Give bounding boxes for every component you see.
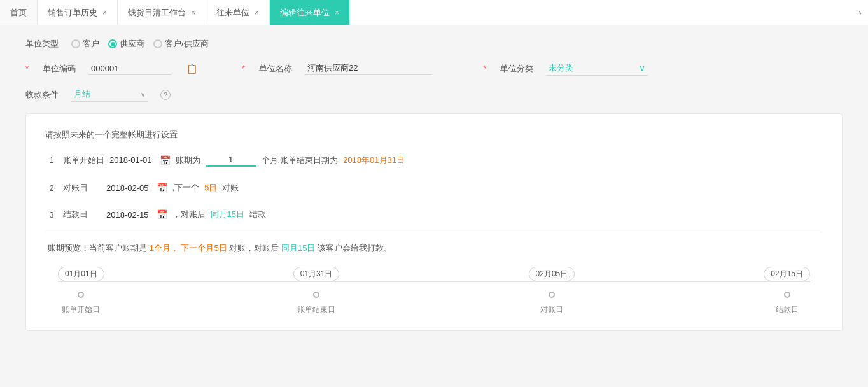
period-cal-icon-2[interactable]: 📅 bbox=[157, 183, 167, 193]
radio-supplier[interactable]: 供应商 bbox=[108, 38, 144, 50]
period-suffix-before-1: 账期为 bbox=[176, 155, 200, 166]
timeline-point-2: 02月05日 对账日 bbox=[529, 267, 575, 315]
unit-category-required: * bbox=[483, 64, 486, 73]
tabs-more-icon: › bbox=[858, 8, 862, 18]
tl-label-3: 02月15日 bbox=[764, 267, 810, 281]
period-num-2: 2 bbox=[45, 183, 58, 193]
preview-part3: 对账，对账后 bbox=[229, 243, 279, 253]
tabs-more-button[interactable]: › bbox=[852, 0, 868, 25]
content-area: 单位类型 客户 供应商 客户/供应商 * 单位编码 📋 * 单位名称 * bbox=[0, 25, 868, 387]
unit-name-required: * bbox=[242, 64, 245, 73]
radio-customer-supplier-circle bbox=[153, 39, 162, 48]
payment-terms-select[interactable]: 月结 ∨ bbox=[71, 87, 148, 102]
radio-customer-label: 客户 bbox=[83, 38, 99, 50]
period-row-2: 2 对账日 2018-02-05 📅 ,下一个 5日 对账 bbox=[45, 182, 823, 194]
tab-cashier-workbench[interactable]: 钱货日清工作台 × bbox=[118, 0, 206, 25]
period-num-1: 1 bbox=[45, 155, 58, 165]
period-row-1: 1 账单开始日 2018-01-01 📅 账期为 个月,账单结束日期为 2018… bbox=[45, 153, 823, 167]
unit-name-label: 单位名称 bbox=[259, 63, 292, 74]
tl-sub-0: 账单开始日 bbox=[62, 304, 100, 315]
period-date-3: 2018-02-15 bbox=[106, 210, 149, 220]
tab-partner-units[interactable]: 往来单位 × bbox=[206, 0, 270, 25]
tab-sales-order-history[interactable]: 销售订单历史 × bbox=[38, 0, 118, 25]
tl-label-0: 01月01日 bbox=[58, 267, 104, 281]
tab-partner-units-close[interactable]: × bbox=[255, 8, 259, 17]
tab-home-label: 首页 bbox=[10, 7, 27, 18]
unit-category-dropdown-icon: ∨ bbox=[639, 63, 645, 73]
unit-type-row: 单位类型 客户 供应商 客户/供应商 bbox=[25, 38, 843, 50]
period-label-2: 对账日 bbox=[63, 182, 101, 194]
radio-customer[interactable]: 客户 bbox=[71, 38, 99, 50]
payment-terms-row: 收款条件 月结 ∨ ? bbox=[25, 87, 843, 102]
timeline: 01月01日 账单开始日 01月31日 账单结束日 02月05日 对账日 02月… bbox=[45, 267, 823, 315]
period-settings-card: 请按照未来的一个完整帐期进行设置 1 账单开始日 2018-01-01 📅 账期… bbox=[25, 113, 843, 331]
tab-cashier-workbench-close[interactable]: × bbox=[191, 8, 195, 17]
period-suffix-after-3: 结款 bbox=[249, 209, 266, 220]
timeline-point-3: 02月15日 结款日 bbox=[764, 267, 810, 315]
preview-label: 账期预览：当前客户账期是 bbox=[48, 243, 147, 253]
radio-customer-supplier-label: 客户/供应商 bbox=[165, 38, 209, 50]
payment-terms-value: 月结 bbox=[74, 88, 138, 100]
radio-supplier-circle bbox=[108, 39, 117, 48]
preview-text: 账期预览：当前客户账期是 1个月， 下一个月5日 对账，对账后 同月15日 该客… bbox=[45, 243, 395, 253]
tab-sales-order-history-close[interactable]: × bbox=[102, 8, 107, 17]
tl-sub-2: 对账日 bbox=[540, 304, 563, 315]
period-input-1[interactable] bbox=[206, 153, 256, 167]
unit-name-input[interactable] bbox=[305, 62, 432, 75]
preview-part1: 1个月， bbox=[150, 243, 179, 253]
tab-home[interactable]: 首页 bbox=[0, 0, 38, 25]
period-prefix-2: ,下一个 bbox=[172, 182, 200, 194]
period-date-1: 2018-01-01 bbox=[109, 155, 152, 165]
unit-category-select[interactable]: 未分类 ∨ bbox=[546, 61, 648, 76]
period-cal-icon-1[interactable]: 📅 bbox=[160, 155, 171, 165]
preview-part5: 该客户会给我打款。 bbox=[318, 243, 392, 253]
preview-section: 账期预览：当前客户账期是 1个月， 下一个月5日 对账，对账后 同月15日 该客… bbox=[45, 232, 823, 254]
unit-type-radio-group: 客户 供应商 客户/供应商 bbox=[71, 38, 209, 50]
timeline-points: 01月01日 账单开始日 01月31日 账单结束日 02月05日 对账日 02月… bbox=[58, 267, 810, 315]
tab-edit-partner-unit[interactable]: 编辑往来单位 × bbox=[270, 0, 350, 25]
payment-terms-dropdown-icon: ∨ bbox=[141, 91, 145, 98]
unit-code-copy-icon[interactable]: 📋 bbox=[186, 64, 197, 74]
tab-edit-partner-unit-close[interactable]: × bbox=[335, 8, 339, 17]
period-label-3: 结款日 bbox=[63, 209, 101, 220]
tl-sub-3: 结款日 bbox=[776, 304, 799, 315]
radio-customer-circle bbox=[71, 39, 80, 48]
tab-sales-order-history-label: 销售订单历史 bbox=[48, 7, 97, 18]
period-suffix-after-1: 个月,账单结束日期为 bbox=[262, 155, 339, 166]
period-prefix-3: ，对账后 bbox=[172, 209, 206, 220]
unit-code-label: 单位编码 bbox=[43, 63, 76, 74]
timeline-point-1: 01月31日 账单结束日 bbox=[293, 267, 340, 315]
period-date-2: 2018-02-05 bbox=[106, 183, 149, 193]
payment-terms-help-icon[interactable]: ? bbox=[160, 90, 171, 100]
period-suffix-after-2: 对账 bbox=[222, 182, 239, 194]
period-cal-icon-3[interactable]: 📅 bbox=[157, 209, 167, 220]
section-title: 请按照未来的一个完整帐期进行设置 bbox=[45, 129, 823, 141]
radio-customer-supplier[interactable]: 客户/供应商 bbox=[153, 38, 209, 50]
unit-category-label: 单位分类 bbox=[500, 63, 533, 74]
tabs-bar: 首页 销售订单历史 × 钱货日清工作台 × 往来单位 × 编辑往来单位 × › bbox=[0, 0, 868, 25]
unit-category-value: 未分类 bbox=[549, 62, 639, 74]
period-highlight-1: 2018年01月31日 bbox=[343, 155, 405, 166]
payment-terms-label: 收款条件 bbox=[25, 89, 59, 101]
tl-dot-2 bbox=[549, 292, 555, 298]
tab-partner-units-label: 往来单位 bbox=[216, 7, 249, 18]
tl-dot-1 bbox=[313, 292, 319, 298]
tl-dot-0 bbox=[78, 292, 84, 298]
unit-code-input[interactable] bbox=[88, 62, 171, 75]
period-num-3: 3 bbox=[45, 210, 58, 220]
radio-supplier-label: 供应商 bbox=[120, 38, 144, 50]
period-label-1: 账单开始日 bbox=[63, 155, 104, 166]
timeline-point-0: 01月01日 账单开始日 bbox=[58, 267, 104, 315]
unit-info-row: * 单位编码 📋 * 单位名称 * 单位分类 未分类 ∨ bbox=[25, 61, 843, 76]
tl-dot-3 bbox=[784, 292, 790, 298]
unit-code-required: * bbox=[25, 64, 29, 73]
period-highlight-3: 同月15日 bbox=[211, 209, 244, 220]
tl-label-2: 02月05日 bbox=[529, 267, 575, 281]
period-highlight-2: 5日 bbox=[204, 182, 217, 194]
preview-part4: 同月15日 bbox=[281, 243, 315, 253]
preview-part2: 下一个月5日 bbox=[181, 243, 227, 253]
unit-type-label: 单位类型 bbox=[25, 38, 59, 50]
tab-cashier-workbench-label: 钱货日清工作台 bbox=[128, 7, 186, 18]
tl-label-1: 01月31日 bbox=[293, 267, 340, 281]
tab-edit-partner-unit-label: 编辑往来单位 bbox=[280, 7, 330, 18]
